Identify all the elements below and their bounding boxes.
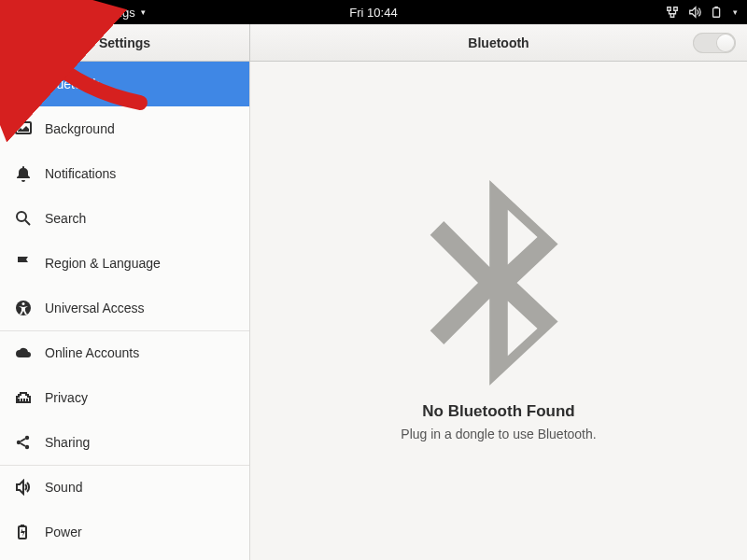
settings-window: Settings Bluetooth Bluetooth Background … [0, 24, 747, 560]
accessibility-icon [15, 300, 32, 316]
sidebar-item-region[interactable]: Region & Language [0, 241, 249, 286]
network-icon[interactable] [666, 6, 679, 19]
settings-sidebar: Bluetooth Background Notifications Searc… [0, 62, 250, 560]
chevron-down-icon: ▾ [141, 7, 146, 17]
sidebar-item-power[interactable]: Power [0, 510, 249, 554]
headerbar: Settings Bluetooth [0, 24, 747, 62]
topbar-clock[interactable]: Fri 10:44 [349, 6, 397, 20]
privacy-icon [15, 389, 32, 406]
volume-icon[interactable] [688, 6, 701, 19]
activities-button[interactable]: Activities [9, 6, 63, 20]
settings-icon [73, 6, 86, 19]
topbar-app-label: Settings [92, 6, 135, 20]
sidebar-item-label: Search [45, 211, 86, 226]
search-icon [15, 210, 32, 227]
background-icon [15, 120, 32, 137]
bluetooth-icon [429, 180, 569, 385]
flag-icon [15, 255, 32, 272]
sidebar-item-universal[interactable]: Universal Access [0, 286, 249, 330]
svg-rect-4 [16, 122, 31, 133]
sound-icon [15, 479, 32, 496]
chevron-down-icon[interactable]: ▾ [733, 7, 738, 17]
power-icon [15, 524, 32, 540]
panel-title: Bluetooth [468, 35, 529, 50]
svg-point-10 [25, 435, 29, 439]
sidebar-item-label: Bluetooth [45, 77, 100, 91]
svg-line-3 [21, 45, 25, 49]
bell-icon [15, 165, 32, 182]
sidebar-item-search[interactable]: Search [0, 196, 249, 241]
sidebar-item-label: Universal Access [45, 301, 145, 315]
bluetooth-panel: No Bluetooth Found Plug in a dongle to u… [250, 62, 747, 560]
sidebar-item-sound[interactable]: Sound [0, 465, 249, 510]
sidebar-item-online[interactable]: Online Accounts [0, 330, 249, 375]
sidebar-item-background[interactable]: Background [0, 106, 249, 151]
sidebar-item-sharing[interactable]: Sharing [0, 420, 249, 465]
svg-rect-13 [21, 525, 24, 526]
topbar-app-menu[interactable]: Settings ▾ [73, 6, 146, 20]
svg-point-11 [25, 444, 29, 448]
svg-point-5 [17, 212, 26, 221]
sidebar-title: Settings [99, 35, 150, 50]
svg-point-8 [22, 302, 25, 305]
gnome-topbar: Activities Settings ▾ Fri 10:44 ▾ [0, 0, 747, 24]
battery-icon[interactable] [711, 6, 724, 19]
svg-rect-0 [713, 8, 720, 18]
svg-point-2 [14, 37, 22, 46]
headerbar-content: Bluetooth [250, 24, 747, 61]
sidebar-item-label: Power [45, 525, 82, 539]
bluetooth-icon [15, 76, 32, 92]
sidebar-item-label: Sound [45, 480, 82, 495]
sidebar-item-notifications[interactable]: Notifications [0, 151, 249, 196]
sidebar-item-label: Region & Language [45, 256, 161, 271]
svg-rect-1 [714, 7, 718, 8]
svg-point-9 [17, 440, 21, 443]
svg-line-6 [25, 220, 30, 225]
cloud-icon [15, 344, 32, 361]
sidebar-item-privacy[interactable]: Privacy [0, 375, 249, 420]
share-icon [15, 434, 32, 451]
search-button[interactable] [6, 29, 34, 57]
sidebar-item-label: Notifications [45, 166, 116, 181]
sidebar-item-label: Sharing [45, 435, 90, 450]
bluetooth-toggle[interactable] [693, 33, 736, 53]
sidebar-item-bluetooth[interactable]: Bluetooth [0, 62, 249, 106]
headerbar-sidebar: Settings [0, 24, 250, 61]
sidebar-item-label: Privacy [45, 390, 88, 405]
status-subtitle: Plug in a dongle to use Bluetooth. [401, 427, 596, 441]
search-icon [12, 35, 27, 50]
sidebar-item-label: Background [45, 121, 115, 136]
status-title: No Bluetooth Found [422, 402, 574, 421]
sidebar-item-label: Online Accounts [45, 345, 139, 360]
